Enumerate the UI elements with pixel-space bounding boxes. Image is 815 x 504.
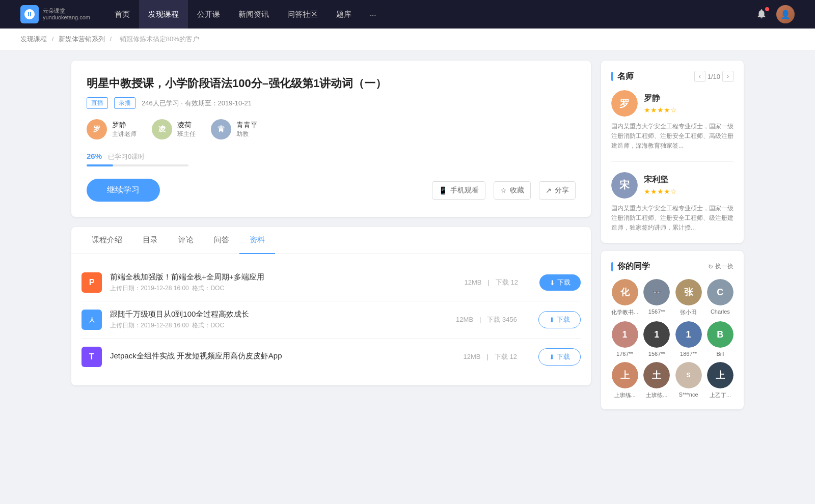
collect-label: 收藏 xyxy=(510,186,524,195)
course-meta-text: 246人已学习 · 有效期至：2019-10-21 xyxy=(142,99,252,108)
page-next-button[interactable]: › xyxy=(722,71,734,82)
file-item-1: P 前端全栈加强版！前端全栈+全周期+多端应用 上传日期：2019-12-28 … xyxy=(82,264,581,301)
tab-material[interactable]: 资料 xyxy=(239,227,275,254)
main-content: 明星中教授课，小学阶段语法100分–强化级第1讲动词（一） 直播 录播 246人… xyxy=(71,61,591,417)
classmate-10[interactable]: 土 土班练... xyxy=(643,362,670,399)
sidebar: 名师 ‹ 1/10 › 罗 罗静 ★★★★☆ xyxy=(601,61,744,417)
classmate-name-10: 土班练... xyxy=(643,391,670,399)
tab-comment[interactable]: 评论 xyxy=(168,227,204,254)
classmate-11[interactable]: S S***nce xyxy=(675,362,701,399)
logo[interactable]: 云朵课堂 yunduoketang.com xyxy=(20,5,90,23)
classmate-name-1: 化学教书... xyxy=(611,309,638,316)
continue-learning-button[interactable]: 继续学习 xyxy=(87,179,160,202)
progress-section: 26% 已学习0课时 xyxy=(87,152,576,166)
page-info: 1/10 xyxy=(708,73,720,80)
file-icon-3: T xyxy=(82,347,102,367)
classmate-5[interactable]: 1 1767** xyxy=(611,321,638,357)
classmate-name-9: 上班练... xyxy=(611,391,638,399)
nav-item-home[interactable]: 首页 xyxy=(105,0,139,29)
course-meta: 直播 录播 246人已学习 · 有效期至：2019-10-21 xyxy=(87,97,576,109)
classmate-name-2: 1567** xyxy=(643,309,670,315)
classmate-name-6: 1567** xyxy=(643,351,670,357)
classmates-title-bar xyxy=(611,262,613,271)
classmate-3[interactable]: 张 张小田 xyxy=(675,279,701,316)
nav-item-exam[interactable]: 题库 xyxy=(327,0,361,29)
classmates-header: 你的同学 ↻ 换一换 xyxy=(611,261,734,272)
classmate-12[interactable]: 上 上乙丁... xyxy=(707,362,734,399)
tabs-content: P 前端全栈加强版！前端全栈+全周期+多端应用 上传日期：2019-12-28 … xyxy=(71,254,591,385)
nav-item-discover[interactable]: 发现课程 xyxy=(139,0,188,29)
refresh-label: 换一换 xyxy=(715,262,734,271)
nav-item-news[interactable]: 新闻资讯 xyxy=(229,0,278,29)
file-stats-2: 12MB|下载 3456 xyxy=(453,315,520,324)
download-button-3[interactable]: ⬇ 下载 xyxy=(538,348,581,366)
breadcrumb-discover[interactable]: 发现课程 xyxy=(20,35,47,43)
main-container: 明星中教授课，小学阶段语法100分–强化级第1讲动词（一） 直播 录播 246人… xyxy=(51,50,764,428)
teachers-sidebar-title: 名师 xyxy=(617,71,634,82)
logo-text: 云朵课堂 yunduoketang.com xyxy=(43,8,90,21)
download-button-1[interactable]: ⬇ 下载 xyxy=(539,274,581,291)
classmate-avatar-10: 土 xyxy=(643,362,670,388)
teacher-stars-2: ★★★★☆ xyxy=(644,187,677,195)
bell-icon[interactable] xyxy=(756,8,768,20)
course-card: 明星中教授课，小学阶段语法100分–强化级第1讲动词（一） 直播 录播 246人… xyxy=(71,61,591,217)
classmate-avatar-3: 张 xyxy=(675,279,702,305)
teacher-card-header-2: 宋 宋利坚 ★★★★☆ xyxy=(611,172,734,199)
teachers-header: 名师 ‹ 1/10 › xyxy=(611,71,734,82)
tab-intro[interactable]: 课程介绍 xyxy=(82,227,132,254)
teacher-avatar-luojing: 罗 xyxy=(87,119,107,139)
tab-qa[interactable]: 问答 xyxy=(204,227,239,254)
refresh-button[interactable]: ↻ 换一换 xyxy=(708,262,734,271)
teacher-qingqingping: 青 青青平 助教 xyxy=(211,119,258,139)
action-row: 继续学习 📱 手机观看 ☆ 收藏 ↗ 分享 xyxy=(87,179,576,202)
nav-item-more[interactable]: ··· xyxy=(361,0,386,29)
classmate-name-5: 1767** xyxy=(611,351,638,357)
file-name-1: 前端全栈加强版！前端全栈+全周期+多端应用 xyxy=(110,272,453,282)
course-title: 明星中教授课，小学阶段语法100分–强化级第1讲动词（一） xyxy=(87,76,576,91)
nav-item-qa[interactable]: 问答社区 xyxy=(278,0,327,29)
teacher-name-qingqingping: 青青平 xyxy=(236,121,258,130)
share-label: 分享 xyxy=(555,186,569,195)
teacher-card-name-1: 罗静 xyxy=(644,93,677,104)
classmate-1[interactable]: 化 化学教书... xyxy=(611,279,638,316)
refresh-icon: ↻ xyxy=(708,263,713,270)
classmate-9[interactable]: 上 上班练... xyxy=(611,362,638,399)
classmates-sidebar-card: 你的同学 ↻ 换一换 化 化学教书... 👓 1567** 张 xyxy=(601,251,744,409)
progress-bar-fill xyxy=(87,164,113,166)
classmates-grid: 化 化学教书... 👓 1567** 张 张小田 C Charles 1 xyxy=(611,279,734,399)
tab-catalog[interactable]: 目录 xyxy=(132,227,168,254)
classmate-4[interactable]: C Charles xyxy=(707,279,734,316)
progress-sub: 已学习0课时 xyxy=(108,153,145,160)
classmate-avatar-9: 上 xyxy=(612,362,638,388)
classmate-name-11: S***nce xyxy=(675,391,701,398)
teacher-role-linghe: 班主任 xyxy=(177,130,196,138)
tabs-card: 课程介绍 目录 评论 问答 资料 P 前端全栈加强版！前端全栈+全周期+多端应用… xyxy=(71,227,591,385)
file-item-3: T Jetpack全组件实战 开发短视频应用高仿皮皮虾App 12MB|下载 1… xyxy=(82,339,581,375)
collect-button[interactable]: ☆ 收藏 xyxy=(494,181,531,200)
classmate-avatar-7: 1 xyxy=(675,321,702,348)
breadcrumb: 发现课程 / 新媒体营销系列 / 销冠修炼术搞定80%的客户 xyxy=(0,29,815,50)
classmate-avatar-1: 化 xyxy=(612,279,638,305)
phone-watch-button[interactable]: 📱 手机观看 xyxy=(432,181,485,200)
classmate-8[interactable]: B Bill xyxy=(707,321,734,357)
classmate-7[interactable]: 1 1867** xyxy=(675,321,701,357)
phone-icon: 📱 xyxy=(439,186,447,194)
classmate-2[interactable]: 👓 1567** xyxy=(643,279,670,316)
file-item-2: 人 跟随千万级项目从0到100全过程高效成长 上传日期：2019-12-28 1… xyxy=(82,301,581,339)
file-info-3: Jetpack全组件实战 开发短视频应用高仿皮皮虾App xyxy=(110,351,452,363)
share-button[interactable]: ↗ 分享 xyxy=(539,181,576,200)
classmate-name-4: Charles xyxy=(707,309,734,315)
teacher-luojing: 罗 罗静 主讲老师 xyxy=(87,119,137,139)
breadcrumb-series[interactable]: 新媒体营销系列 xyxy=(59,35,105,43)
classmate-avatar-5: 1 xyxy=(612,321,638,348)
teacher-name-linghe: 凌荷 xyxy=(177,121,196,130)
user-avatar[interactable]: 👤 xyxy=(776,5,795,23)
nav-item-open[interactable]: 公开课 xyxy=(188,0,229,29)
download-button-2[interactable]: ⬇ 下载 xyxy=(538,311,581,328)
classmate-6[interactable]: 1 1567** xyxy=(643,321,670,357)
page-prev-button[interactable]: ‹ xyxy=(694,71,705,82)
file-stats-3: 12MB|下载 12 xyxy=(460,352,520,361)
file-meta-1: 上传日期：2019-12-28 16:00 格式：DOC xyxy=(110,284,453,293)
file-name-3: Jetpack全组件实战 开发短视频应用高仿皮皮虾App xyxy=(110,351,452,361)
teachers-row: 罗 罗静 主讲老师 凌 凌荷 班主任 青 青青平 xyxy=(87,119,576,139)
